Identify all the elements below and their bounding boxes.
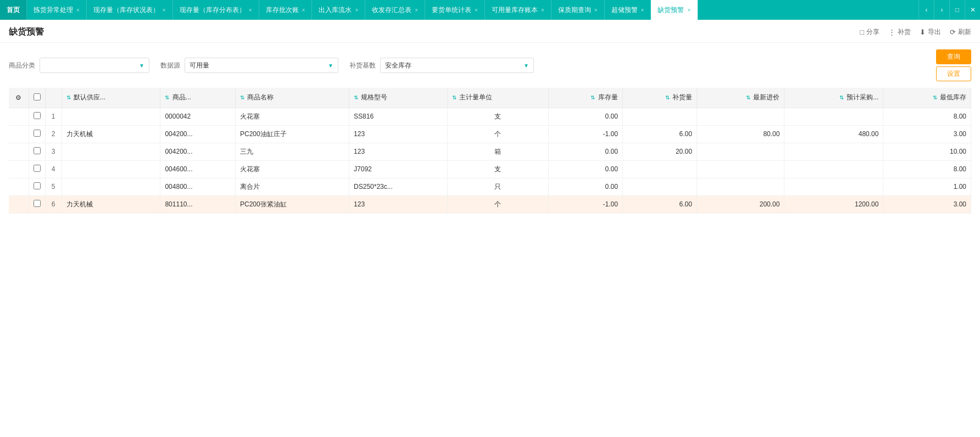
nav-tab-10[interactable]: 超储预警× (605, 0, 652, 20)
replenish-base-select[interactable]: 安全库存 ▼ (380, 58, 534, 73)
nav-tab-3[interactable]: 现存量（库存分布表）× (173, 0, 259, 20)
nav-tab-5[interactable]: 出入库流水× (312, 0, 365, 20)
col-stock-header[interactable]: ⇅ 库存量 (548, 88, 622, 108)
row-code-4: 004800... (160, 178, 236, 195)
nav-arrow-right[interactable]: › (934, 0, 949, 20)
nav-tab-6[interactable]: 收发存汇总表× (365, 0, 425, 20)
row-latest-price-1: 80.00 (697, 125, 784, 143)
col-supplier-header[interactable]: ⇅ 默认供应... (62, 88, 160, 108)
nav-restore[interactable]: □ (949, 0, 965, 20)
select-all-checkbox[interactable] (34, 93, 41, 100)
row-check-4[interactable] (29, 178, 45, 195)
nav-tab-8[interactable]: 可用量库存账本× (485, 0, 552, 20)
row-gear-2 (9, 143, 29, 160)
row-spec-5: 123 (349, 195, 448, 213)
col-code-label: 商品... (172, 93, 191, 101)
row-stock-0: 0.00 (548, 108, 622, 125)
row-replenish-4 (622, 178, 697, 195)
row-check-5[interactable] (29, 195, 45, 213)
row-unit-2: 箱 (447, 143, 548, 160)
nav-tab-close-4[interactable]: × (302, 7, 305, 13)
row-spec-2: 123 (349, 143, 448, 160)
row-checkbox-0[interactable] (34, 112, 41, 119)
share-button[interactable]: □ 分享 (860, 27, 879, 37)
nav-tab-0[interactable]: 首页 (0, 0, 27, 20)
datasource-label: 数据源 (160, 61, 180, 70)
nav-tab-close-5[interactable]: × (355, 7, 358, 13)
row-checkbox-4[interactable] (34, 182, 41, 189)
col-code-header[interactable]: ⇅ 商品... (160, 88, 236, 108)
row-check-1[interactable] (29, 125, 45, 143)
category-select[interactable]: ▼ (40, 58, 149, 73)
gear-icon: ⚙ (15, 94, 21, 102)
col-supplier-label: 默认供应... (74, 93, 105, 101)
query-button[interactable]: 查询 (936, 49, 971, 64)
row-checkbox-1[interactable] (34, 130, 41, 137)
row-check-0[interactable] (29, 108, 45, 125)
table-row: 3004200...三九123箱0.0020.0010.00 (9, 143, 971, 160)
nav-tab-close-9[interactable]: × (594, 7, 598, 13)
nav-tab-label-2: 现存量（库存状况表） (93, 5, 159, 15)
col-expected-label: 预计采购... (847, 93, 878, 101)
nav-tab-close-2[interactable]: × (163, 7, 166, 13)
nav-tab-1[interactable]: 拣货异常处理× (27, 0, 87, 20)
nav-tab-2[interactable]: 现存量（库存状况表）× (87, 0, 173, 20)
row-supplier-5: 力天机械 (62, 195, 160, 213)
nav-tab-7[interactable]: 要货单统计表× (425, 0, 485, 20)
table-row: 6力天机械801110...PC200张紧油缸123个-1.006.00200.… (9, 195, 971, 213)
nav-tab-close-10[interactable]: × (641, 7, 644, 13)
nav-tab-close-7[interactable]: × (475, 7, 478, 13)
export-button[interactable]: ⬇ 导出 (920, 27, 941, 37)
nav-tab-4[interactable]: 库存批次账× (259, 0, 313, 20)
datasource-select[interactable]: 可用量 ▼ (185, 58, 338, 73)
table-row: 10000042火花塞SS816支0.008.00 (9, 108, 971, 125)
col-latest-price-header[interactable]: ⇅ 最新进价 (697, 88, 784, 108)
replenish-button[interactable]: ⋮ 补货 (888, 27, 911, 37)
code-sort-icon: ⇅ (165, 94, 169, 100)
settings-gear-header[interactable]: ⚙ (9, 88, 29, 108)
settings-button[interactable]: 设置 (936, 66, 971, 81)
col-unit-header[interactable]: ⇅ 主计量单位 (447, 88, 548, 108)
row-name-1: PC200油缸庄子 (235, 125, 349, 143)
datasource-arrow-icon: ▼ (328, 63, 333, 69)
row-code-3: 004600... (160, 160, 236, 178)
nav-tab-label-4: 库存批次账 (266, 5, 299, 15)
col-min-stock-header[interactable]: ⇅ 最低库存 (883, 88, 971, 108)
replenish-label: 补货 (898, 27, 911, 37)
col-replenish-header[interactable]: ⇅ 补货量 (622, 88, 697, 108)
nav-tab-9[interactable]: 保质期查询× (552, 0, 605, 20)
nav-tab-close-8[interactable]: × (541, 7, 544, 13)
replenish-base-label: 补货基数 (349, 61, 376, 70)
row-replenish-2: 20.00 (622, 143, 697, 160)
nav-tab-label-0: 首页 (7, 5, 20, 15)
row-gear-3 (9, 160, 29, 178)
nav-arrow-left[interactable]: ‹ (918, 0, 934, 20)
nav-tab-11[interactable]: 缺货预警× (651, 0, 698, 20)
row-check-2[interactable] (29, 143, 45, 160)
select-all-header[interactable] (29, 88, 45, 108)
row-supplier-0 (62, 108, 160, 125)
row-checkbox-3[interactable] (34, 165, 41, 172)
nav-tab-close-3[interactable]: × (249, 7, 252, 13)
category-arrow-icon: ▼ (139, 63, 144, 69)
spec-sort-icon: ⇅ (354, 94, 358, 100)
col-spec-header[interactable]: ⇅ 规格型号 (349, 88, 448, 108)
row-checkbox-5[interactable] (34, 200, 41, 207)
nav-tab-close-6[interactable]: × (415, 7, 418, 13)
row-num-4: 5 (45, 178, 62, 195)
nav-close[interactable]: ✕ (965, 0, 980, 20)
row-check-3[interactable] (29, 160, 45, 178)
refresh-button[interactable]: ⟳ 刷新 (950, 27, 971, 37)
datasource-filter: 数据源 可用量 ▼ (160, 58, 338, 73)
nav-tab-close-1[interactable]: × (76, 7, 80, 13)
row-name-2: 三九 (235, 143, 349, 160)
row-expected-5: 1200.00 (784, 195, 883, 213)
col-name-header[interactable]: ⇅ 商品名称 (235, 88, 349, 108)
row-checkbox-2[interactable] (34, 147, 41, 154)
row-num-2: 3 (45, 143, 62, 160)
nav-tab-close-11[interactable]: × (687, 7, 691, 13)
right-actions: 查询 设置 (936, 49, 971, 81)
category-filter: 商品分类 ▼ (9, 58, 149, 73)
table-header-row: ⚙ ⇅ 默认供应... ⇅ 商品... ⇅ (9, 88, 971, 108)
col-expected-header[interactable]: ⇅ 预计采购... (784, 88, 883, 108)
